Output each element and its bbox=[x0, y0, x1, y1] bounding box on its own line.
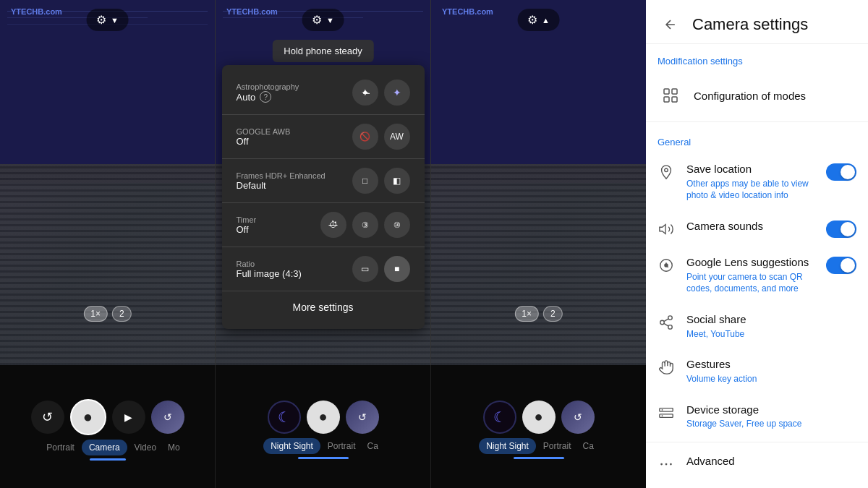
mode-icon-night-2[interactable]: ☾ bbox=[268, 401, 301, 434]
label-nightsight-2[interactable]: Night Sight bbox=[263, 438, 320, 454]
svg-rect-13 bbox=[660, 408, 673, 411]
svg-point-18 bbox=[665, 463, 668, 466]
section-2-labels: Night Sight Portrait Ca bbox=[260, 437, 386, 457]
back-button[interactable] bbox=[658, 12, 684, 38]
timer-value: Off bbox=[237, 224, 257, 235]
save-location-item[interactable]: Save location Other apps may be able to … bbox=[646, 153, 868, 210]
svg-point-8 bbox=[668, 316, 673, 320]
timer-3-icon[interactable]: ③ bbox=[352, 212, 378, 238]
label-ca-2[interactable]: Ca bbox=[363, 440, 383, 453]
mode-icon-night-3[interactable]: ☾ bbox=[483, 401, 516, 434]
zoom-1x-1[interactable]: 1× bbox=[83, 306, 108, 322]
section-2: ☾ ● ↺ Night Sight Portrait Ca bbox=[216, 365, 431, 488]
mode-icon-shutter-1[interactable]: ● bbox=[70, 399, 106, 435]
star-on-icon[interactable]: ✦ bbox=[384, 80, 410, 106]
advanced-text: Advanced bbox=[686, 454, 856, 468]
advanced-item[interactable]: Advanced bbox=[646, 445, 868, 481]
popup-frames-row: Frames HDR+ Enhanced Default □ ◧ bbox=[222, 162, 425, 200]
social-share-subtitle: Meet, YouTube bbox=[686, 328, 856, 341]
camera-panels: YTECHB.com ⚙ ▼ 1× 2 bbox=[0, 0, 646, 365]
save-location-subtitle: Other apps may be able to view photo & v… bbox=[686, 178, 814, 202]
awb-icons: 🚫 AW bbox=[352, 124, 410, 150]
label-video-1[interactable]: Video bbox=[130, 441, 161, 454]
panel-2-settings-btn[interactable]: ⚙ ▼ bbox=[302, 9, 344, 31]
timer-10-icon[interactable]: ⑩ bbox=[384, 212, 410, 238]
separator-3 bbox=[222, 202, 425, 203]
mode-icon-portrait-2[interactable]: ● bbox=[307, 401, 340, 434]
section-3-bar bbox=[514, 457, 564, 459]
save-location-toggle[interactable] bbox=[826, 163, 856, 181]
save-location-title: Save location bbox=[686, 162, 814, 176]
google-lens-title: Google Lens suggestions bbox=[686, 255, 814, 270]
settings-panel: Camera settings Modification settings Co… bbox=[646, 0, 868, 488]
mode-icon-back-1[interactable]: ↺ bbox=[31, 401, 64, 434]
info-icon[interactable]: ? bbox=[260, 91, 271, 103]
mode-icon-camera-3[interactable]: ↺ bbox=[561, 401, 595, 434]
gestures-item[interactable]: Gestures Volume key action bbox=[646, 348, 868, 393]
section-1-labels: Portrait Camera Video Mo bbox=[27, 438, 187, 458]
frames-label: Frames HDR+ Enhanced bbox=[237, 171, 326, 180]
separator-2 bbox=[222, 158, 425, 159]
google-lens-item[interactable]: Google Lens suggestions Point your camer… bbox=[646, 247, 868, 304]
configuration-modes-item[interactable]: Configuration of modes bbox=[646, 72, 868, 119]
section-3: ☾ ● ↺ Night Sight Portrait Ca bbox=[431, 365, 646, 488]
speaker-icon bbox=[658, 221, 675, 238]
label-ca-3[interactable]: Ca bbox=[579, 440, 598, 453]
camera-area: YTECHB.com ⚙ ▼ 1× 2 bbox=[0, 0, 646, 488]
label-nightsight-3[interactable]: Night Sight bbox=[479, 438, 536, 454]
label-camera-1[interactable]: Camera bbox=[82, 440, 127, 455]
section-2-icons: ☾ ● ↺ bbox=[265, 395, 382, 437]
section-1: ↺ ● ▶ ↺ Portrait Camera Video Mo bbox=[0, 365, 216, 488]
frames-icons: □ ◧ bbox=[352, 168, 410, 194]
frame-on-icon[interactable]: ◧ bbox=[384, 168, 410, 194]
camera-sounds-item[interactable]: Camera sounds bbox=[646, 210, 868, 247]
awb-off-icon[interactable]: 🚫 bbox=[352, 124, 378, 150]
popup-awb-row: GOOGLE AWB Off 🚫 AW bbox=[222, 118, 425, 155]
label-portrait-2[interactable]: Portrait bbox=[323, 440, 360, 453]
popup-astrophotography-row: Astrophotography Auto ? ✦̶ ✦ bbox=[222, 74, 425, 111]
gestures-title: Gestures bbox=[686, 357, 856, 372]
timer-icons: ⏱ ③ ⑩ bbox=[320, 212, 410, 238]
label-empty-1 bbox=[30, 446, 39, 449]
panel-1-settings-btn[interactable]: ⚙ ▼ bbox=[86, 9, 129, 31]
advanced-title: Advanced bbox=[686, 454, 856, 468]
mode-icon-camera-2[interactable]: ↺ bbox=[346, 401, 379, 434]
modification-section-title: Modification settings bbox=[646, 44, 868, 72]
section-3-labels: Night Sight Portrait Ca bbox=[476, 437, 601, 457]
mode-icon-video-1[interactable]: ▶ bbox=[112, 401, 145, 434]
panel-3-settings-btn[interactable]: ⚙ ▲ bbox=[517, 9, 560, 31]
ratio-tall-icon[interactable]: ▭ bbox=[352, 256, 378, 282]
settings-header: Camera settings bbox=[646, 0, 868, 44]
google-lens-toggle[interactable] bbox=[826, 257, 856, 274]
general-section-title: General bbox=[646, 125, 868, 153]
awb-on-icon[interactable]: AW bbox=[384, 124, 410, 150]
label-portrait-1[interactable]: Portrait bbox=[42, 441, 79, 454]
mode-icon-portrait-3[interactable]: ● bbox=[522, 401, 556, 434]
storage-icon bbox=[658, 404, 675, 421]
mode-icon-more-1[interactable]: ↺ bbox=[151, 401, 184, 434]
zoom-2x-1[interactable]: 2 bbox=[112, 306, 132, 322]
timer-label: Timer bbox=[237, 215, 257, 224]
camera-sounds-toggle[interactable] bbox=[826, 221, 856, 238]
frames-value: Default bbox=[237, 180, 326, 191]
ratio-icons: ▭ ■ bbox=[352, 256, 410, 282]
section-1-icons: ↺ ● ▶ ↺ bbox=[28, 393, 187, 438]
device-storage-item[interactable]: Device storage Storage Saver, Free up sp… bbox=[646, 394, 868, 439]
camera-sounds-text: Camera sounds bbox=[686, 219, 814, 234]
frame-off-icon[interactable]: □ bbox=[352, 168, 378, 194]
google-lens-subtitle: Point your camera to scan QR codes, docu… bbox=[686, 271, 814, 296]
more-settings-btn[interactable]: More settings bbox=[222, 294, 425, 320]
social-share-item[interactable]: Social share Meet, YouTube bbox=[646, 304, 868, 348]
hold-phone-steady-tooltip: Hold phone steady bbox=[272, 40, 373, 62]
star-off-icon[interactable]: ✦̶ bbox=[352, 80, 378, 106]
zoom-1x-3[interactable]: 1× bbox=[514, 306, 539, 322]
svg-point-15 bbox=[662, 409, 663, 411]
ratio-square-icon[interactable]: ■ bbox=[384, 256, 410, 282]
screen-brand-3: YTECHB.com bbox=[442, 7, 493, 16]
zoom-2x-3[interactable]: 2 bbox=[543, 306, 563, 322]
label-portrait-3[interactable]: Portrait bbox=[539, 440, 576, 453]
device-storage-subtitle: Storage Saver, Free up space bbox=[686, 418, 856, 430]
timer-off-icon[interactable]: ⏱ bbox=[320, 212, 346, 238]
share-icon bbox=[658, 314, 675, 331]
label-mo-1[interactable]: Mo bbox=[163, 441, 184, 454]
